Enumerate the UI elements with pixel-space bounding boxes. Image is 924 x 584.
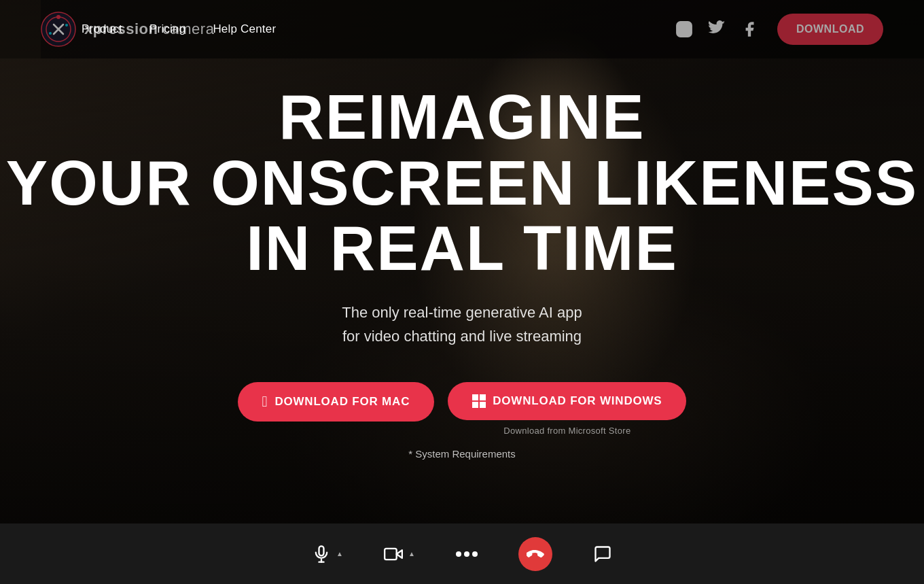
apple-icon:  <box>262 394 268 409</box>
more-control[interactable] <box>456 551 478 557</box>
phone-icon <box>527 545 544 563</box>
hero-content: REIMAGINE YOUR ONSCREEN LIKENESS IN REAL… <box>0 0 924 523</box>
more-dots-icon <box>456 551 478 557</box>
bottom-toolbar: ▲ ▲ <box>0 523 924 584</box>
chat-control[interactable] <box>593 545 612 564</box>
svg-marker-11 <box>397 550 402 558</box>
camera-control[interactable]: ▲ <box>384 545 415 564</box>
svg-rect-12 <box>385 548 397 559</box>
nav-help[interactable]: Help Center <box>213 22 276 36</box>
windows-store-label: Download from Microsoft Store <box>503 426 630 436</box>
nav-links: Product Pricing Help Center <box>41 0 924 58</box>
system-requirements-link[interactable]: * System Requirements <box>408 448 516 460</box>
download-windows-button[interactable]: DOWNLOAD FOR WINDOWS <box>448 382 686 420</box>
hero-cta-buttons:  DOWNLOAD FOR MAC DOWNLOAD FOR WINDOWS <box>238 382 687 436</box>
microphone-icon <box>312 545 331 564</box>
navbar: xpression camera Product Pricing Help Ce… <box>0 0 924 58</box>
end-call-button[interactable] <box>518 537 552 571</box>
mic-caret: ▲ <box>336 550 343 557</box>
download-mac-button[interactable]:  DOWNLOAD FOR MAC <box>238 382 435 422</box>
nav-pricing[interactable]: Pricing <box>149 22 185 36</box>
chat-icon <box>593 545 612 564</box>
windows-icon <box>472 394 486 408</box>
hero-title: REIMAGINE YOUR ONSCREEN LIKENESS IN REAL… <box>6 84 918 281</box>
hero-subtitle: The only real-time generative AI app for… <box>342 300 582 348</box>
camera-caret: ▲ <box>408 550 415 557</box>
mic-control[interactable]: ▲ <box>312 545 343 564</box>
camera-icon <box>384 545 403 564</box>
hero-section: REIMAGINE YOUR ONSCREEN LIKENESS IN REAL… <box>0 0 924 523</box>
svg-rect-8 <box>319 546 324 555</box>
nav-product[interactable]: Product <box>82 22 122 36</box>
